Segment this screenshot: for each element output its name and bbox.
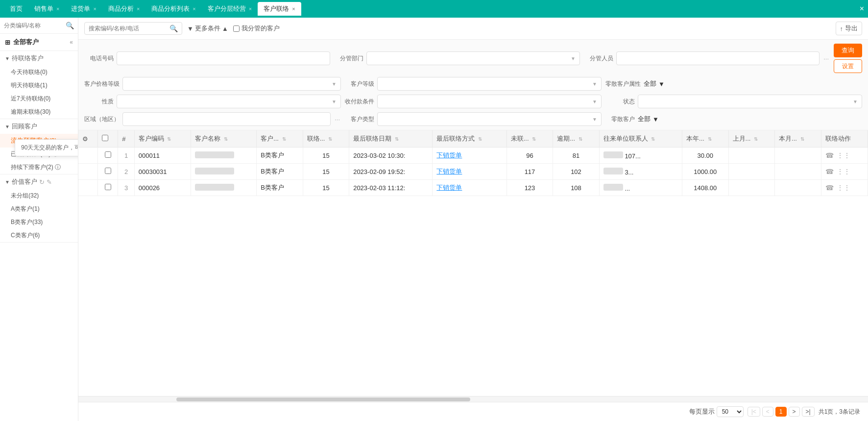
close-tab-customer-contact-icon[interactable]: × bbox=[292, 6, 295, 12]
filter-select-payment[interactable]: ▼ bbox=[377, 95, 602, 108]
select-all-checkbox[interactable] bbox=[102, 135, 108, 141]
sort-icon-unit[interactable]: ⇅ bbox=[651, 136, 655, 142]
sidebar-section-value-title[interactable]: ▼ 价值客户 ↻ ✎ bbox=[0, 174, 78, 189]
row-checkbox[interactable] bbox=[105, 184, 111, 190]
contact-method-link[interactable]: 下销货单 bbox=[436, 184, 462, 191]
region-more-button[interactable]: ··· bbox=[334, 115, 341, 124]
next-page-button[interactable]: > bbox=[789, 407, 800, 417]
row-unit-contacts: ... bbox=[599, 180, 682, 196]
scroll-bar-thumb[interactable] bbox=[176, 397, 470, 401]
filter-select-customer-type[interactable]: ▼ bbox=[377, 112, 602, 126]
filter-input-phone[interactable] bbox=[117, 51, 330, 65]
data-table: ⚙ # 客户编码 ⇅ 客户名称 ⇅ 客户... ⇅ 联络... ⇅ 最后联络日期… bbox=[78, 130, 868, 196]
sort-icon-contact[interactable]: ⇅ bbox=[328, 136, 332, 142]
sort-icon-this-month[interactable]: ⇅ bbox=[800, 136, 804, 142]
filter-select-price-level[interactable]: ▼ bbox=[122, 77, 341, 91]
sort-icon-not-contacted[interactable]: ⇅ bbox=[532, 136, 536, 142]
contact-method-link[interactable]: 下销货单 bbox=[436, 168, 462, 175]
filter-select-division-dept[interactable]: ▼ bbox=[366, 51, 580, 65]
first-page-button[interactable]: |< bbox=[747, 407, 760, 417]
action-more-icon[interactable]: ⋮⋮ bbox=[837, 151, 850, 159]
sidebar-item-class-c[interactable]: C类客户(6) bbox=[0, 229, 78, 242]
filter-select-region[interactable] bbox=[122, 112, 331, 126]
nav-tab-customer-segment[interactable]: 客户分层经营 × bbox=[202, 2, 258, 16]
my-customers-checkbox[interactable] bbox=[233, 25, 240, 32]
nav-tab-sales[interactable]: 销售单 × bbox=[28, 2, 65, 16]
table-body: 1 000011 B类客户 15 2023-03-02 10:30: 下销货单 … bbox=[78, 148, 868, 196]
close-tab-sales-icon[interactable]: × bbox=[56, 6, 59, 12]
sidebar-item-class-a[interactable]: A类客户(1) bbox=[0, 202, 78, 216]
nav-tab-home[interactable]: 首页 bbox=[4, 2, 28, 16]
close-tab-product-analysis-icon[interactable]: × bbox=[137, 6, 140, 12]
row-last-month bbox=[728, 148, 775, 164]
sort-icon-year[interactable]: ⇅ bbox=[708, 136, 712, 142]
table-header-row: ⚙ # 客户编码 ⇅ 客户名称 ⇅ 客户... ⇅ 联络... ⇅ 最后联络日期… bbox=[78, 130, 868, 148]
filter-select-division-person[interactable] bbox=[616, 51, 820, 65]
sort-icon-type[interactable]: ⇅ bbox=[282, 136, 286, 142]
prev-page-button[interactable]: < bbox=[762, 407, 773, 417]
nav-tab-purchase[interactable]: 进货单 × bbox=[65, 2, 102, 16]
sort-icon-overdue[interactable]: ⇅ bbox=[579, 136, 582, 142]
col-not-contacted: 未联... ⇅ bbox=[506, 130, 553, 148]
page-1-button[interactable]: 1 bbox=[775, 407, 787, 417]
sidebar-item-declining[interactable]: 持续下滑客户(2) ⓘ bbox=[0, 161, 78, 174]
nav-tab-product-analysis[interactable]: 商品分析 × bbox=[102, 2, 145, 16]
row-this-year: 1408.00 bbox=[682, 180, 729, 196]
row-checkbox[interactable] bbox=[105, 168, 111, 174]
col-settings[interactable]: ⚙ bbox=[78, 130, 97, 148]
sort-icon-last-month[interactable]: ⇅ bbox=[754, 136, 758, 142]
more-conditions-toggle[interactable]: ▼ 更多条件 ▲ bbox=[187, 24, 228, 33]
query-button[interactable]: 查询 bbox=[834, 44, 862, 57]
my-customers-checkbox-label[interactable]: 我分管的客户 bbox=[233, 24, 280, 33]
filter-select-status[interactable]: ▼ bbox=[638, 95, 862, 108]
close-all-tabs-button[interactable]: × bbox=[860, 4, 864, 13]
close-tab-customer-segment-icon[interactable]: × bbox=[249, 6, 252, 12]
edit-icon[interactable]: ✎ bbox=[47, 178, 52, 186]
contact-method-link[interactable]: 下销货单 bbox=[436, 151, 462, 159]
close-tab-product-analysis-list-icon[interactable]: × bbox=[193, 6, 195, 12]
sidebar-section-pending-title[interactable]: ▼ 待联络客户 bbox=[0, 51, 78, 66]
action-contact-icon[interactable]: ☎ bbox=[825, 168, 834, 175]
row-checkbox[interactable] bbox=[105, 151, 111, 158]
sort-icon-code[interactable]: ⇅ bbox=[167, 136, 171, 142]
row-index: 2 bbox=[118, 164, 134, 180]
action-contact-icon[interactable]: ☎ bbox=[825, 151, 834, 159]
nav-tab-customer-contact[interactable]: 客户联络 × bbox=[258, 2, 301, 16]
filter-search-input[interactable] bbox=[89, 25, 169, 32]
filter-field-payment: 收付款条件 ▼ bbox=[345, 95, 602, 108]
settings-button[interactable]: 设置 bbox=[834, 59, 862, 73]
row-last-contact-method: 下销货单 bbox=[433, 164, 506, 180]
sort-icon-name[interactable]: ⇅ bbox=[224, 136, 228, 142]
sort-icon-method[interactable]: ⇅ bbox=[478, 136, 482, 142]
filter-select-customer-level[interactable]: ▼ bbox=[377, 77, 602, 91]
nav-tab-product-analysis-list[interactable]: 商品分析列表 × bbox=[145, 2, 201, 16]
sidebar-item-today-pending[interactable]: 今天待联络(0) bbox=[0, 66, 78, 79]
sidebar-item-overdue-pending[interactable]: 逾期未联络(30) bbox=[0, 105, 78, 119]
page-size-select[interactable]: 50 100 200 bbox=[717, 406, 744, 417]
last-page-button[interactable]: >| bbox=[802, 407, 815, 417]
row-name bbox=[191, 180, 257, 196]
sidebar-item-unclassified[interactable]: 未分组(32) bbox=[0, 189, 78, 202]
division-person-more-button[interactable]: ··· bbox=[822, 54, 830, 63]
filter-label-division-person: 分管人员 bbox=[584, 54, 613, 63]
refresh-icon[interactable]: ↻ bbox=[39, 178, 45, 186]
row-last-contact-method: 下销货单 bbox=[433, 148, 506, 164]
close-tab-purchase-icon[interactable]: × bbox=[93, 6, 96, 12]
sort-icon-date[interactable]: ⇅ bbox=[395, 136, 399, 142]
col-action: 联络动作 bbox=[821, 130, 868, 148]
sidebar-item-week-pending[interactable]: 近7天待联络(0) bbox=[0, 92, 78, 105]
sidebar-item-class-b[interactable]: B类客户(33) bbox=[0, 216, 78, 229]
action-contact-icon[interactable]: ☎ bbox=[825, 184, 834, 192]
horizontal-scrollbar[interactable] bbox=[78, 396, 868, 402]
sidebar-search-input[interactable] bbox=[4, 22, 64, 29]
action-more-icon[interactable]: ⋮⋮ bbox=[837, 184, 850, 192]
sidebar-item-tomorrow-pending[interactable]: 明天待联络(1) bbox=[0, 79, 78, 92]
sidebar-section-churn-title[interactable]: ▼ 回顾客户 bbox=[0, 119, 78, 134]
filter-select-nature[interactable]: ▼ bbox=[117, 95, 341, 108]
action-more-icon[interactable]: ⋮⋮ bbox=[837, 168, 850, 175]
filter-search-button[interactable]: 🔍 bbox=[169, 25, 178, 32]
export-button[interactable]: ↑ 导出 bbox=[836, 22, 863, 35]
row-checkbox-cell bbox=[97, 164, 118, 180]
chevron-down-icon-nature: ▼ bbox=[332, 99, 337, 104]
sidebar-all-customers[interactable]: ⊞ 全部客户 « bbox=[0, 34, 78, 51]
